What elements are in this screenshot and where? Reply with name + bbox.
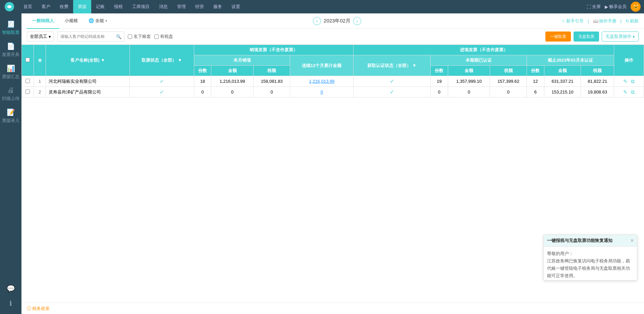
nav-client[interactable]: 客户 xyxy=(37,0,55,13)
current-month: 2023年02月 xyxy=(324,18,351,24)
tab-bar: 一般纳税人 小规模 🌐 全能 ▾ ‹ 2023年02月 › ☆ 新手引导 | 📖 xyxy=(21,13,644,29)
search-input-wrap: 🔍 xyxy=(57,32,124,42)
th-client: 客户名称(全部) ▼ xyxy=(46,45,130,76)
row-edit-1[interactable]: ✎ xyxy=(623,89,628,95)
row-edit-0[interactable]: ✎ xyxy=(623,78,628,84)
refresh-btn[interactable]: ↻ 刷新 xyxy=(626,18,639,24)
nav-settings[interactable]: 设置 xyxy=(227,0,245,13)
nav-message[interactable]: 消息 xyxy=(154,0,172,13)
row-actions-0: ✎ ⧉ xyxy=(614,76,644,87)
th-deadline-tax: 税额 xyxy=(581,66,614,76)
tax-policy-label: 税务政策 xyxy=(32,306,50,312)
row-period-tax-1: 0 xyxy=(490,87,527,98)
taxdisk-checkbox[interactable]: 有税盘 xyxy=(154,34,173,40)
sidebar: 🧾 智能取票 📄 发票开具 📊 票据汇总 🖨 扫描上传 📝 票据录入 💬 ℹ xyxy=(0,13,21,314)
row-deadline-amount-0: 631,337.21 xyxy=(544,76,581,87)
search-input[interactable] xyxy=(60,34,116,39)
row-num-0: 1 xyxy=(34,76,46,87)
employee-select-label: 全部员工 xyxy=(30,34,47,40)
sidebar-item-open[interactable]: 📄 发票开具 xyxy=(0,39,21,61)
top-nav: 首页 客户 收费 票据 记账 报税 工商项目 消息 管理 经营 服务 设置 ⛶ … xyxy=(0,0,644,13)
one-click-fetch-btn[interactable]: 一键取票 xyxy=(545,32,571,42)
tax-policy-link[interactable]: ⓘ 税务政策 xyxy=(27,306,50,312)
row-month-tax-1: 0 xyxy=(253,87,290,98)
tab-all[interactable]: 🌐 全能 ▾ xyxy=(83,13,113,29)
row-month-amount-0: 1,216,013.99 xyxy=(211,76,254,87)
row-deadline-count-1: 6 xyxy=(527,87,544,98)
table-row: 2灵寿县尚泽矿产品有限公司✓0000✓0006153,215.1019,808.… xyxy=(22,87,644,98)
open-icon: 📄 xyxy=(7,42,15,50)
avatar[interactable]: 🐱 xyxy=(631,2,641,12)
nav-home[interactable]: 首页 xyxy=(19,0,37,13)
th-period-tax: 税额 xyxy=(490,66,527,76)
row-month-amount-1: 0 xyxy=(211,87,254,98)
th-operation: 操作 xyxy=(614,45,644,76)
filter-bar: 全部员工 ▾ 🔍 名下账套 有税盘 一键取票 无盘取票 无盘取票操作 ▾ xyxy=(21,29,644,45)
row-period-count-0: 19 xyxy=(431,76,448,87)
fetch-icon: 🧾 xyxy=(7,20,15,28)
row-month-count-1: 0 xyxy=(194,87,211,98)
nav-business[interactable]: 工商项目 xyxy=(127,0,154,13)
entry-icon: 📝 xyxy=(7,108,15,116)
tab-nav-center: ‹ 2023年02月 › xyxy=(313,17,361,25)
manual-btn[interactable]: 📖 操作手册 xyxy=(593,18,616,24)
row-copy-1[interactable]: ⧉ xyxy=(631,89,635,95)
nav-service[interactable]: 服务 xyxy=(209,0,227,13)
th-checkbox xyxy=(22,45,34,76)
filter-icon: ▼ xyxy=(101,58,105,63)
sidebar-item-scan[interactable]: 🖨 扫描上传 xyxy=(0,83,21,105)
row-fetch-status-1: ✓ xyxy=(129,87,194,98)
row-actions-1: ✎ ⧉ xyxy=(614,87,644,98)
row-deadline-tax-0: 81,822.21 xyxy=(581,76,614,87)
row-checkbox-0[interactable] xyxy=(22,76,34,87)
row-cumulative-0[interactable]: 1,216,013.99 xyxy=(290,76,354,87)
row-cumulative-1[interactable]: 0 xyxy=(290,87,354,98)
no-disk-fetch-btn[interactable]: 无盘取票 xyxy=(574,32,599,42)
th-sub-month-sales: 本月销项 xyxy=(194,55,290,66)
row-copy-0[interactable]: ⧉ xyxy=(631,78,635,84)
sidebar-item-info[interactable]: ℹ xyxy=(7,296,15,311)
settings-icon: ⚙ xyxy=(38,58,42,63)
row-checkbox-1[interactable] xyxy=(22,87,34,98)
th-cumulative: 连续12个月累计金额 xyxy=(290,55,354,76)
notification-close-btn[interactable]: × xyxy=(631,238,634,244)
accountset-check[interactable] xyxy=(128,35,132,39)
sidebar-item-entry[interactable]: 📝 票据录入 xyxy=(0,105,21,127)
next-month-btn[interactable]: › xyxy=(353,17,361,25)
search-icon[interactable]: 🔍 xyxy=(116,34,121,39)
row-period-tax-0: 157,399.62 xyxy=(490,76,527,87)
scan-icon: 🖨 xyxy=(7,86,14,94)
bottom-bar: ⓘ 税务政策 xyxy=(21,303,644,314)
sidebar-item-fetch[interactable]: 🧾 智能取票 xyxy=(0,17,21,39)
nav-invoice[interactable]: 票据 xyxy=(73,0,91,13)
guide-btn[interactable]: ☆ 新手引导 xyxy=(561,18,584,24)
taxdisk-check[interactable] xyxy=(154,35,159,39)
nav-tax[interactable]: 报税 xyxy=(109,0,127,13)
select-all-checkbox[interactable] xyxy=(25,58,30,62)
sidebar-item-chat[interactable]: 💬 xyxy=(7,281,15,296)
nav-operation[interactable]: 经营 xyxy=(191,0,209,13)
manual-icon: 📖 xyxy=(593,18,598,23)
th-sub-period: 本期期已认证 xyxy=(431,55,527,66)
nav-account[interactable]: 记账 xyxy=(91,0,109,13)
th-period-amount: 金额 xyxy=(448,66,490,76)
sidebar-item-summary[interactable]: 📊 票据汇总 xyxy=(0,61,21,83)
notification-popup: 一键报税与无盘取票功能恢复通知 × 尊敬的用户： 江苏政务网已恢复访问电子税务局… xyxy=(543,235,637,280)
row-period-amount-1: 0 xyxy=(448,87,490,98)
employee-select[interactable]: 全部员工 ▾ xyxy=(27,32,54,42)
row-month-count-0: 18 xyxy=(194,76,211,87)
info-icon: ℹ xyxy=(9,299,12,307)
prev-month-btn[interactable]: ‹ xyxy=(313,17,321,25)
chevron-down-icon: ▾ xyxy=(49,34,51,39)
member-btn[interactable]: ▶ 畅享会员 xyxy=(605,4,627,10)
nav-fee[interactable]: 收费 xyxy=(55,0,73,13)
tab-small[interactable]: 小规模 xyxy=(59,13,83,29)
nav-manage[interactable]: 管理 xyxy=(172,0,191,13)
tab-general[interactable]: 一般纳税人 xyxy=(27,13,59,29)
row-cert-status-0: ✓ xyxy=(354,76,431,87)
no-disk-op-btn[interactable]: 无盘取票操作 ▾ xyxy=(602,32,639,42)
row-period-amount-0: 1,357,999.10 xyxy=(448,76,490,87)
fullscreen-btn[interactable]: ⛶ 全屏 xyxy=(587,4,601,10)
refresh-icon: ↻ xyxy=(626,18,629,23)
accountset-checkbox[interactable]: 名下账套 xyxy=(128,34,151,40)
